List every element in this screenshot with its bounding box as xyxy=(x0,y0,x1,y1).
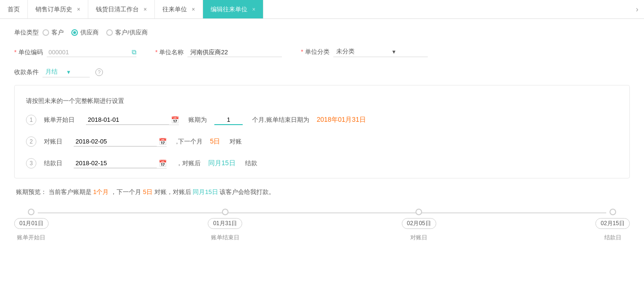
tab-unit-list[interactable]: 往来单位 × xyxy=(155,0,203,18)
start-date-field: 📅 xyxy=(86,115,179,125)
radio-customer-supplier[interactable]: 客户/供应商 xyxy=(106,28,148,37)
payment-chevron-down-icon: ▾ xyxy=(67,68,70,76)
reconcile-day-highlight: 5日 xyxy=(210,137,220,146)
radio-supplier-circle xyxy=(71,29,78,36)
unit-type-row: 单位类型 客户 供应商 客户/供应商 xyxy=(14,28,630,37)
timeline-label-1: 账单结束日 xyxy=(211,234,239,242)
payment-help-icon[interactable]: ? xyxy=(95,68,103,76)
timeline-dot-0 xyxy=(28,209,34,215)
preview-text-3: 对账，对账后 xyxy=(154,188,191,195)
step-num-1: 1 xyxy=(26,115,36,125)
timeline-tag-2: 02月05日 xyxy=(402,218,436,229)
start-date-input[interactable] xyxy=(86,115,169,125)
timeline-label-3: 结款日 xyxy=(604,234,621,242)
step-label-2: 对账日 xyxy=(44,137,62,146)
unit-category-dropdown[interactable]: 未分类 ▾ xyxy=(333,46,428,57)
reconcile-pre: ,下一个月 xyxy=(176,137,203,146)
unit-code-label: 单位编码 xyxy=(14,48,43,57)
preview-row: 账期预览： 当前客户账期是 1个月 ，下一个月 5日 对账，对账后 同月15日 … xyxy=(14,188,630,196)
preview-label: 账期预览： xyxy=(16,188,47,195)
preview-text-1: 当前客户账期是 xyxy=(49,188,92,195)
tab-close-sales-history[interactable]: × xyxy=(77,6,80,13)
tab-edit-unit[interactable]: 编辑往来单位 × xyxy=(203,0,263,18)
start-date-calendar-icon[interactable]: 📅 xyxy=(171,116,179,124)
tab-bar: 首页 销售订单历史 × 钱货日清工作台 × 往来单位 × 编辑往来单位 × › xyxy=(0,0,644,19)
unit-code-field: ⧉ xyxy=(47,48,136,57)
timeline-label-0: 账单开始日 xyxy=(17,234,45,242)
radio-customer-label: 客户 xyxy=(51,28,64,37)
step-row-1: 1 账单开始日 📅 账期为 个月,账单结束日期为 2018年01月31日 xyxy=(26,115,618,125)
unit-category-label: 单位分类 xyxy=(301,48,330,56)
radio-supplier[interactable]: 供应商 xyxy=(71,28,99,37)
main-content: 单位类型 客户 供应商 客户/供应商 单位编码 ⧉ 单位名 xyxy=(0,19,644,287)
timeline-node-1: 01月31日 账单结束日 xyxy=(208,209,242,242)
reconcile-date-calendar-icon[interactable]: 📅 xyxy=(159,138,167,145)
step-num-3: 3 xyxy=(26,158,36,169)
reconcile-date-input[interactable] xyxy=(74,137,157,146)
preview-text-2: ，下一个月 xyxy=(110,188,141,195)
tab-close-unit-list[interactable]: × xyxy=(192,6,195,13)
radio-customer-circle xyxy=(42,29,49,36)
payment-value: 月结 xyxy=(45,68,58,76)
payment-row: 收款条件 月结 ▾ ? xyxy=(14,67,630,77)
timeline-dot-2 xyxy=(415,209,422,215)
radio-customer-supplier-circle xyxy=(106,29,113,36)
payment-pre: ，对账后 xyxy=(176,159,201,168)
tab-home[interactable]: 首页 xyxy=(0,0,28,18)
period-section: 请按照未来的一个完整帐期进行设置 1 账单开始日 📅 账期为 个月,账单结束日期… xyxy=(14,85,630,178)
reconcile-date-field: 📅 xyxy=(74,137,167,147)
payment-day-highlight: 同月15日 xyxy=(208,159,236,168)
tab-more-button[interactable]: › xyxy=(630,0,644,18)
step-row-3: 3 结款日 📅 ，对账后 同月15日 结款 xyxy=(26,158,618,169)
radio-customer-supplier-label: 客户/供应商 xyxy=(115,28,148,37)
tab-sales-history[interactable]: 销售订单历史 × xyxy=(28,0,88,18)
tab-close-edit-unit[interactable]: × xyxy=(252,6,255,13)
payment-date-input[interactable] xyxy=(74,159,157,168)
step-label-1: 账单开始日 xyxy=(44,116,75,124)
tab-cash-ledger[interactable]: 钱货日清工作台 × xyxy=(88,0,155,18)
tab-close-cash-ledger[interactable]: × xyxy=(144,6,147,13)
step-label-3: 结款日 xyxy=(44,159,62,168)
unit-code-icon[interactable]: ⧉ xyxy=(132,48,136,56)
unit-code-input[interactable] xyxy=(47,48,130,57)
unit-name-label: 单位名称 xyxy=(155,48,184,57)
timeline-nodes: 01月01日 账单开始日 01月31日 账单结束日 02月05日 对账日 02月… xyxy=(14,209,630,242)
end-date-value: 2018年01月31日 xyxy=(317,116,366,124)
preview-15day: 同月15日 xyxy=(193,188,218,195)
section-title: 请按照未来的一个完整帐期进行设置 xyxy=(26,97,618,105)
reconcile-post: 对账 xyxy=(229,137,242,146)
radio-supplier-label: 供应商 xyxy=(80,28,99,37)
timeline-dot-1 xyxy=(222,209,229,215)
radio-customer[interactable]: 客户 xyxy=(42,28,64,37)
step-num-2: 2 xyxy=(26,136,36,147)
period-suffix: 个月,账单结束日期为 xyxy=(252,116,309,124)
payment-dropdown[interactable]: 月结 ▾ xyxy=(42,67,90,77)
unit-info-row: 单位编码 ⧉ 单位名称 单位分类 未分类 ▾ xyxy=(14,46,630,57)
period-label: 账期为 xyxy=(188,116,207,124)
step-row-2: 2 对账日 📅 ,下一个月 5日 对账 xyxy=(26,136,618,147)
timeline-dot-3 xyxy=(610,209,616,215)
timeline-node-3: 02月15日 结款日 xyxy=(595,209,630,242)
timeline: 01月01日 账单开始日 01月31日 账单结束日 02月05日 对账日 02月… xyxy=(14,204,630,242)
preview-1month: 1个月 xyxy=(93,188,109,195)
period-value-input[interactable] xyxy=(214,115,243,125)
timeline-tag-0: 01月01日 xyxy=(14,218,49,229)
timeline-label-2: 对账日 xyxy=(410,234,427,242)
timeline-node-0: 01月01日 账单开始日 xyxy=(14,209,49,242)
preview-text-4: 该客户会给我打款。 xyxy=(220,188,275,195)
payment-date-calendar-icon[interactable]: 📅 xyxy=(159,160,167,167)
unit-type-label: 单位类型 xyxy=(14,28,39,37)
payment-label: 收款条件 xyxy=(14,68,39,76)
category-chevron-down-icon: ▾ xyxy=(392,48,396,55)
preview-5day: 5日 xyxy=(143,188,153,195)
timeline-node-2: 02月05日 对账日 xyxy=(402,209,436,242)
payment-date-field: 📅 xyxy=(74,159,167,169)
unit-name-input[interactable] xyxy=(187,48,282,57)
unit-type-radio-group: 客户 供应商 客户/供应商 xyxy=(42,28,148,37)
timeline-tag-1: 01月31日 xyxy=(208,218,242,229)
payment-post: 结款 xyxy=(245,159,257,168)
timeline-tag-3: 02月15日 xyxy=(595,218,630,229)
unit-category-value: 未分类 xyxy=(336,47,355,56)
